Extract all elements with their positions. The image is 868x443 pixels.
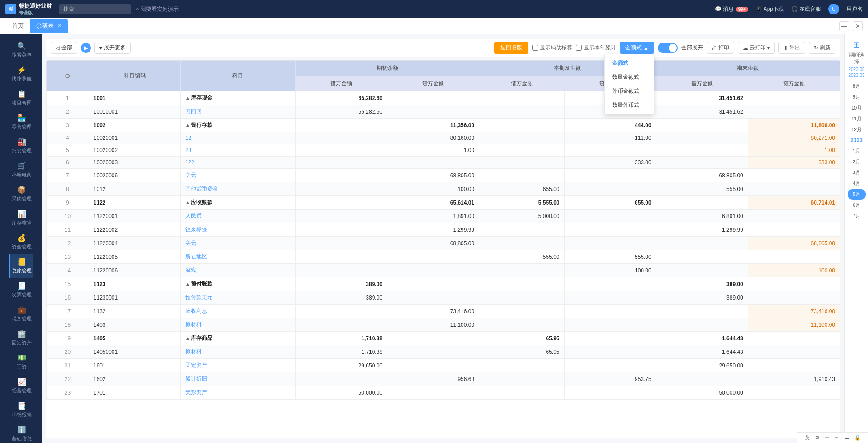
menu-item-shulwaibi[interactable]: 数量外币式 <box>605 98 654 112</box>
menu-item-waibij[interactable]: 外币金额式 <box>605 84 654 98</box>
jinee-btn[interactable]: 金额式 ▲ <box>620 42 654 54</box>
print-btn[interactable]: 🖨 打印 <box>707 42 734 54</box>
bottom-lang[interactable]: 英 <box>805 434 810 441</box>
sidebar-item-invoice[interactable]: 🧾发票管理 <box>9 278 33 302</box>
cell-subject[interactable]: 游戏 <box>180 264 295 277</box>
sidebar-item-tax[interactable]: 💼税务管理 <box>9 302 33 326</box>
table-row[interactable]: 8 1012 其他货币资金 100.00 655.00 555.00 <box>47 182 840 196</box>
bottom-settings-icon[interactable]: ⚙ <box>815 435 820 441</box>
cell-subject[interactable]: 美元 <box>180 237 295 250</box>
period-item-10月[interactable]: 10月 <box>848 103 866 113</box>
table-row[interactable]: 7 10020006 美元 68,805.00 68,805.00 <box>47 169 840 182</box>
table-row[interactable]: 11 11220002 往来标签 1,299.99 1,299.99 <box>47 223 840 237</box>
table-row[interactable]: 4 10020001 12 80,160.00 111.00 80,271.00 <box>47 132 840 144</box>
expand-btn[interactable]: ▾ 展开更多 <box>94 42 131 54</box>
cell-subject[interactable]: ▲预付账款 <box>180 277 295 291</box>
cell-subject[interactable]: 原材料 <box>180 318 295 332</box>
sidebar-item-xsales[interactable]: 📑小畅报销 <box>9 398 33 422</box>
period-item-3月[interactable]: 3月 <box>848 167 866 178</box>
tab-balance[interactable]: 余额表 ✕ <box>30 19 68 33</box>
cell-subject[interactable]: ▲银行存款 <box>180 119 295 132</box>
all-button[interactable]: ◁ 全部 <box>51 42 77 54</box>
sidebar-item-project[interactable]: 📋项目合同 <box>9 86 33 110</box>
period-item-8月[interactable]: 8月 <box>848 81 866 91</box>
period-item-6月[interactable]: 6月 <box>848 200 866 210</box>
cell-subject[interactable]: 人民币 <box>180 210 295 223</box>
table-row[interactable]: 16 11230001 预付款美元 389.00 389.00 <box>47 291 840 305</box>
period-item-12月[interactable]: 12月 <box>848 124 866 135</box>
top-search-input[interactable] <box>59 4 131 14</box>
cell-subject[interactable]: 回回回 <box>180 105 295 119</box>
online-service-btn[interactable]: 🎧 在线客服 <box>791 5 821 13</box>
sidebar-item-assets[interactable]: 🏢固定资产 <box>9 326 33 350</box>
tab-close-all-btn[interactable]: ✕ <box>853 21 863 31</box>
cloud-print-btn[interactable]: ☁ 云打印 ▾ <box>738 42 775 54</box>
show-ytd-checkbox[interactable]: 显示本年累计 <box>576 44 616 52</box>
refresh-btn[interactable]: ↻ 刷新 <box>809 42 835 54</box>
sidebar-item-general[interactable]: 📒总账管理 <box>9 254 33 278</box>
sidebar-item-basic[interactable]: ℹ️基础信息 <box>9 422 33 443</box>
sidebar-item-ecommerce[interactable]: 🛒小畅电商 <box>9 158 33 182</box>
right-panel-expand[interactable]: ⊞ <box>853 40 860 50</box>
table-row[interactable]: 12 11220004 美元 68,805.00 68,805.00 <box>47 237 840 250</box>
avatar[interactable]: U <box>828 4 839 14</box>
table-row[interactable]: 23 1701 无形资产 50,000.00 50,000.00 <box>47 386 840 400</box>
sidebar-item-purchase[interactable]: 📦采购管理 <box>9 182 33 206</box>
table-row[interactable]: 17 1132 应收利息 73,416.00 73,416.00 <box>47 305 840 318</box>
export-btn[interactable]: ⬆ 导出 <box>778 42 805 54</box>
cell-subject[interactable]: 无形资产 <box>180 386 295 400</box>
table-row[interactable]: 14 11220006 游戏 100.00 100.00 <box>47 264 840 277</box>
demo-link[interactable]: ○ 我要看实例演示 <box>136 5 179 13</box>
cell-subject[interactable]: 其他货币资金 <box>180 182 295 196</box>
table-row[interactable]: 2 10010001 回回回 65,282.60 33,830.98 31,45… <box>47 105 840 119</box>
sidebar-item-business[interactable]: 📈经营管理 <box>9 374 33 398</box>
cell-subject[interactable]: 往来标签 <box>180 223 295 237</box>
cell-subject[interactable]: ▲应收账款 <box>180 196 295 210</box>
table-row[interactable]: 18 1403 原材料 11,100.00 11,100.00 <box>47 318 840 332</box>
menu-item-shuliangj[interactable]: 数量金额式 <box>605 70 654 84</box>
message-btn[interactable]: 💬 消息 99+ <box>715 5 748 13</box>
app-download-btn[interactable]: 📱 App下载 <box>755 5 784 13</box>
cell-subject[interactable]: 累计折旧 <box>180 372 295 386</box>
table-row[interactable]: 6 10020003 122 333.00 333.00 <box>47 157 840 169</box>
period-item-4月[interactable]: 4月 <box>848 178 866 189</box>
cell-subject[interactable]: 美元 <box>180 169 295 182</box>
sidebar-item-salary[interactable]: 💵工资 <box>9 350 33 374</box>
cell-subject[interactable]: 122 <box>180 157 295 169</box>
table-row[interactable]: 9 1122 ▲应收账款 65,614.01 5,555.00 655.00 6… <box>47 196 840 210</box>
tab-minimize-btn[interactable]: — <box>839 21 849 31</box>
nav-next-btn[interactable]: ▶ <box>81 43 91 53</box>
table-row[interactable]: 22 1602 累计折旧 956.68 953.75 1,910.43 <box>47 372 840 386</box>
cell-subject[interactable]: 原材料 <box>180 345 295 359</box>
period-item-1月[interactable]: 1月 <box>848 146 866 156</box>
cell-subject[interactable]: 所在地区 <box>180 250 295 264</box>
bottom-cloud-icon[interactable]: ☁ <box>844 435 849 441</box>
expand-toggle[interactable] <box>658 43 678 53</box>
cell-subject[interactable]: 23 <box>180 144 295 157</box>
sidebar-item-inventory[interactable]: 📊库存核算 <box>9 206 33 230</box>
period-item-5月[interactable]: 5月 <box>848 189 866 200</box>
bottom-lock-icon[interactable]: 🔒 <box>854 435 861 441</box>
show-assist-checkbox[interactable]: 显示辅助核算 <box>532 44 572 52</box>
tab-close-icon[interactable]: ✕ <box>57 23 61 29</box>
menu-item-jine[interactable]: 金额式 <box>605 56 654 70</box>
table-row[interactable]: 3 1002 ▲银行存款 11,356.00 444.00 11,800.00 <box>47 119 840 132</box>
period-item-9月[interactable]: 9月 <box>848 92 866 102</box>
sidebar-item-retail[interactable]: 🏪零售管理 <box>9 110 33 134</box>
cell-subject[interactable]: 12 <box>180 132 295 144</box>
table-row[interactable]: 20 14050001 原材料 1,710.38 65.95 1,644.43 <box>47 345 840 359</box>
table-row[interactable]: 5 10020002 23 1.00 1.00 <box>47 144 840 157</box>
table-row[interactable]: 10 11220001 人民币 1,891.00 5,000.00 6,891.… <box>47 210 840 223</box>
tab-home[interactable]: 首页 <box>5 19 30 33</box>
table-row[interactable]: 19 1405 ▲库存商品 1,710.38 65.95 1,644.43 <box>47 332 840 345</box>
table-row[interactable]: 1 1001 ▲库存现金 65,282.60 33,830.98 31,451.… <box>47 91 840 105</box>
cell-subject[interactable]: ▲库存商品 <box>180 332 295 345</box>
table-row[interactable]: 15 1123 ▲预付账款 389.00 389.00 <box>47 277 840 291</box>
cell-subject[interactable]: 预付款美元 <box>180 291 295 305</box>
cell-subject[interactable]: 固定资产 <box>180 359 295 372</box>
period-item-11月[interactable]: 11月 <box>848 114 866 124</box>
period-item-2月[interactable]: 2月 <box>848 157 866 167</box>
sidebar-item-search[interactable]: 🔍搜索菜单 <box>9 38 33 62</box>
cell-subject[interactable]: 应收利息 <box>180 305 295 318</box>
table-row[interactable]: 13 11220005 所在地区 555.00 555.00 <box>47 250 840 264</box>
